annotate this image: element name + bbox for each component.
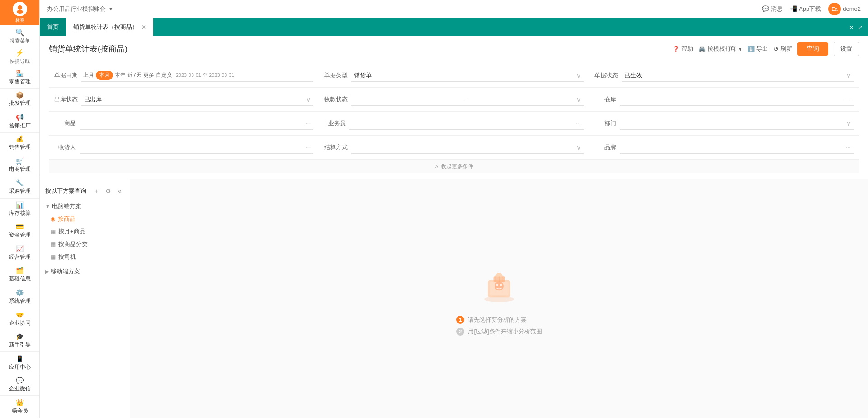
industry-label: 办公用品行业模拟账套	[47, 5, 106, 13]
finance-icon: 💳	[16, 223, 24, 230]
sidebar-item-purchase[interactable]: 🔧 采购管理	[0, 176, 40, 199]
sidebar-item-member[interactable]: 👑 畅会员	[0, 396, 40, 418]
scheme-settings-btn[interactable]: ⚙	[104, 186, 113, 195]
by-goods-icon: ◉	[51, 216, 55, 222]
finance-label: 资金管理	[9, 231, 31, 239]
brand-value[interactable]: ···	[620, 141, 854, 154]
sidebar-item-marketing[interactable]: 📢 营销推广	[0, 110, 40, 133]
scheme-group-mobile-header[interactable]: ▶ 移动端方案	[40, 265, 130, 278]
recipient-dots-icon: ···	[306, 144, 311, 151]
sidebar-item-operation[interactable]: 📈 经营管理	[0, 242, 40, 265]
sidebar-item-wholesale[interactable]: 📦 批发管理	[0, 89, 40, 111]
sidebar-item-system[interactable]: ⚙️ 系统管理	[0, 286, 40, 309]
app-name: 标赛	[15, 17, 24, 24]
tab-expand-close-icon: ✕	[849, 24, 854, 31]
scheme-item-month-goods[interactable]: ▦ 按月+商品	[40, 225, 130, 238]
print-btn[interactable]: 🖨️ 按模板打印 ▾	[698, 45, 742, 53]
salesperson-value[interactable]: ···	[349, 117, 583, 130]
warehouse-status-chevron-icon: ∨	[306, 96, 311, 103]
left-panel: 按以下方案查询 + ⚙ «	[40, 179, 130, 418]
main-area: 办公用品行业模拟账套 ▾ 💬 消息 📲 App下载 Ea demo2 首页	[40, 0, 868, 418]
empty-tip-2: 2 用[过滤]条件来缩小分析范围	[456, 328, 542, 336]
goods-value[interactable]: ···	[80, 117, 313, 130]
settings-btn[interactable]: 设置	[834, 42, 859, 56]
tab-expand-icon: ⤢	[858, 24, 863, 31]
download-label: App下载	[799, 5, 821, 13]
sidebar-item-retail[interactable]: 🏪 零售管理	[0, 66, 40, 89]
date-range: 2023-03-01 至 2023-03-31	[176, 72, 235, 79]
empty-tip-1: 1 请先选择要分析的方案	[456, 316, 542, 324]
sidebar-item-cooperation[interactable]: 🤝 企业协同	[0, 308, 40, 330]
scheme-item-driver[interactable]: ▦ 按司机	[40, 251, 130, 263]
date-tab-cur-month[interactable]: 本月	[96, 71, 113, 80]
member-icon: 👑	[16, 399, 24, 406]
sidebar-item-guide[interactable]: 🎓 新手引导	[0, 330, 40, 352]
tab-expand[interactable]: ✕ ⤢	[844, 18, 868, 36]
add-icon: +	[94, 187, 98, 195]
filter-date: 单据日期 上月 本月 本年 近7天 更多 自定义 2023-03-01 至 20…	[49, 67, 319, 84]
export-icon: ⬇️	[747, 46, 755, 52]
date-tab-7days[interactable]: 近7天	[127, 71, 142, 79]
warehouse-status-label: 出库状态	[54, 95, 81, 104]
empty-tips: 1 请先选择要分析的方案 2 用[过滤]条件来缩小分析范围	[456, 316, 542, 336]
tab-sales-stats[interactable]: 销货单统计表（按商品） ✕	[66, 18, 153, 36]
filter-warehouse-status: 出库状态 已出库 ∨	[49, 91, 319, 108]
department-value[interactable]: ∨	[620, 117, 854, 130]
doc-status-value[interactable]: 已生效 ∨	[622, 69, 854, 82]
scheme-item-month-goods-label: 按月+商品	[58, 228, 85, 236]
date-tab-more[interactable]: 更多	[143, 71, 154, 79]
help-btn[interactable]: ❓ 帮助	[672, 45, 693, 53]
app-logo[interactable]: 标赛	[0, 0, 40, 25]
refresh-icon: ↺	[774, 46, 778, 52]
tab-close-icon[interactable]: ✕	[142, 24, 146, 30]
scheme-item-by-goods[interactable]: ◉ 按商品	[40, 213, 130, 225]
sidebar-item-appstore[interactable]: 📱 应用中心	[0, 352, 40, 374]
settlement-value[interactable]: ∨	[351, 141, 583, 154]
search-label: 搜索菜单	[10, 38, 30, 44]
doc-type-value[interactable]: 销货单 ∨	[351, 69, 583, 82]
warehouse-value[interactable]: ···	[620, 93, 854, 106]
svg-point-7	[500, 284, 502, 286]
scheme-group-desktop-label: 电脑端方案	[52, 202, 81, 210]
payment-status-value[interactable]: ··· ∨	[351, 93, 583, 106]
user-avatar: Ea	[828, 3, 841, 15]
refresh-label: 刷新	[780, 45, 792, 53]
driver-icon: ▦	[51, 254, 56, 260]
collapse-label: ∧ 收起更多条件	[434, 163, 473, 171]
sidebar-item-ecom[interactable]: 🛒 电商管理	[0, 154, 40, 176]
message-btn[interactable]: 💬 消息	[762, 5, 783, 13]
recipient-value[interactable]: ···	[80, 141, 313, 154]
sidebar-item-wechat[interactable]: 💬 企业微信	[0, 374, 40, 396]
warehouse-dots-icon: ···	[845, 96, 851, 103]
date-tab-prev[interactable]: 上月	[83, 71, 94, 79]
tab-home[interactable]: 首页	[40, 18, 66, 36]
dropdown-icon[interactable]: ▾	[109, 5, 113, 12]
filter-department: 部门 ∨	[589, 115, 859, 132]
svg-marker-12	[495, 273, 503, 276]
header-right: 💬 消息 📲 App下载 Ea demo2	[762, 3, 861, 15]
sidebar-item-inventory[interactable]: 📊 库存核算	[0, 199, 40, 221]
query-label: 查询	[807, 45, 819, 53]
scheme-group-desktop-header[interactable]: ▼ 电脑端方案	[40, 200, 130, 213]
date-tab-custom[interactable]: 自定义	[156, 71, 172, 79]
retail-icon: 🏪	[16, 70, 24, 77]
scheme-group-mobile: ▶ 移动端方案	[40, 265, 130, 278]
sidebar-item-basic[interactable]: 🗂️ 基础信息	[0, 264, 40, 286]
sidebar-search[interactable]: 🔍 搜索菜单	[0, 25, 40, 48]
user-menu[interactable]: Ea demo2	[828, 3, 861, 15]
query-btn[interactable]: 查询	[797, 42, 828, 56]
app-download-btn[interactable]: 📲 App下载	[790, 5, 821, 13]
export-btn[interactable]: ⬇️ 导出	[747, 45, 768, 53]
sidebar-item-sales[interactable]: 💰 销售管理	[0, 133, 40, 155]
scheme-collapse-btn[interactable]: «	[115, 186, 124, 195]
date-tab-year[interactable]: 本年	[115, 71, 126, 79]
filter-doc-status: 单据状态 已生效 ∨	[589, 67, 859, 84]
scheme-item-category[interactable]: ▦ 按商品分类	[40, 238, 130, 251]
scheme-add-btn[interactable]: +	[92, 186, 101, 195]
collapse-filters-btn[interactable]: ∧ 收起更多条件	[49, 160, 859, 173]
sidebar-quick-nav[interactable]: ⚡ 快捷导航	[0, 48, 40, 67]
refresh-btn[interactable]: ↺ 刷新	[774, 45, 792, 53]
sidebar-item-finance[interactable]: 💳 资金管理	[0, 220, 40, 242]
basic-icon: 🗂️	[16, 267, 24, 274]
warehouse-status-value[interactable]: 已出库 ∨	[81, 93, 313, 106]
